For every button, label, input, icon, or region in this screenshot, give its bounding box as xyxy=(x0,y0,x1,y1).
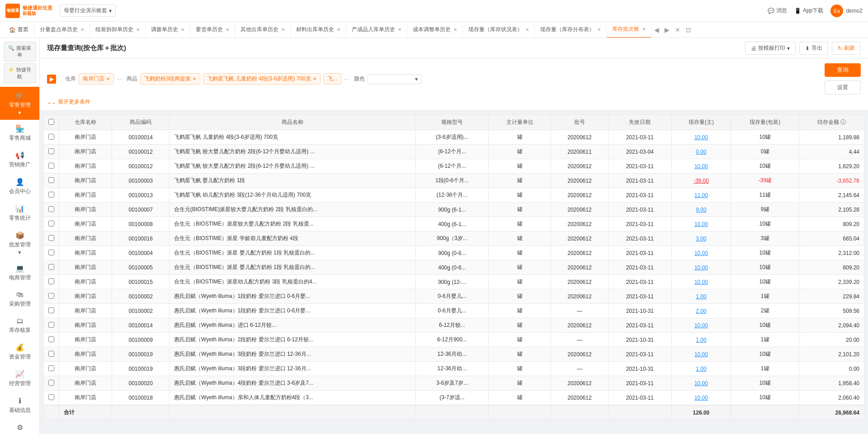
close-icon[interactable]: ✕ xyxy=(181,27,184,32)
sidebar-item-member[interactable]: 👤 会员中心 xyxy=(0,173,40,200)
row-checkbox[interactable] xyxy=(48,148,54,154)
tab-kucun[interactable]: 库存批次账 ✕ xyxy=(607,22,651,38)
tab-zuhe[interactable]: 组装拆卸单历史 ✕ xyxy=(90,22,146,38)
color-select[interactable]: ▾ xyxy=(368,74,422,84)
tab-xiancun2[interactable]: 现存量（库存分布表） ✕ xyxy=(535,22,607,38)
sidebar-item-system[interactable]: ⚙ 系统管理 xyxy=(0,419,40,434)
row-checkbox[interactable] xyxy=(48,250,54,255)
row-checkbox[interactable] xyxy=(48,206,54,212)
tab-chanpin[interactable]: 产成品入库单历史 ✕ xyxy=(346,22,407,38)
nav-close-icon[interactable]: ✕ xyxy=(672,26,683,33)
sidebar-item-inventory[interactable]: 🗂 库存核算 xyxy=(0,312,40,339)
sidebar-item-ecom[interactable]: 💻 电商管理 xyxy=(0,259,40,286)
tab-xiancun1[interactable]: 现存量（库存状况表） ✕ xyxy=(463,22,535,38)
goods-more[interactable]: ··· xyxy=(344,76,349,82)
close-icon[interactable]: ✕ xyxy=(80,27,84,32)
close-icon[interactable]: ✕ xyxy=(281,27,285,32)
row-checkbox[interactable] xyxy=(48,264,54,270)
row-checkbox[interactable] xyxy=(48,192,54,198)
row-checkbox[interactable] xyxy=(48,351,54,357)
warehouse-tag-close[interactable]: ✕ xyxy=(106,76,110,81)
nav-expand-icon[interactable]: ⊡ xyxy=(683,26,694,33)
tab-cailiao[interactable]: 材料出库单历史 ✕ xyxy=(291,22,346,38)
cell-qty-main[interactable]: 9.00 xyxy=(671,203,731,217)
row-checkbox[interactable] xyxy=(48,134,54,140)
sidebar-item-finance[interactable]: 💰 资金管理 xyxy=(0,339,40,365)
close-icon[interactable]: ✕ xyxy=(226,27,229,32)
query-button[interactable]: 查询 xyxy=(825,63,861,77)
cell-qty-main[interactable]: 10.00 xyxy=(671,318,731,333)
goods-tag-more[interactable]: 飞... xyxy=(323,73,341,85)
sidebar-item-basic[interactable]: ℹ 基础信息 xyxy=(0,392,40,419)
tab-home[interactable]: 🏠 首页 xyxy=(4,22,34,38)
cell-qty-main[interactable]: 10.00 xyxy=(671,275,731,289)
row-checkbox[interactable] xyxy=(48,380,54,386)
sidebar-item-retail[interactable]: 🛒 零售管理 ▼ xyxy=(0,87,40,120)
cell-qty-main[interactable]: 10.00 xyxy=(671,260,731,275)
row-checkbox[interactable] xyxy=(48,365,54,371)
row-checkbox[interactable] xyxy=(48,278,54,284)
cell-qty-main[interactable]: 10.00 xyxy=(671,130,731,145)
cell-qty-main[interactable]: 10.00 xyxy=(671,391,731,406)
cell-qty-main[interactable]: 1.00 xyxy=(671,362,731,376)
goods-tag-1-close[interactable]: ✕ xyxy=(193,76,196,81)
expand-more-btn[interactable]: ⌄⌄ 展开更多条件 xyxy=(47,98,861,106)
select-all-checkbox[interactable] xyxy=(48,119,54,125)
row-checkbox[interactable] xyxy=(48,177,54,183)
nav-next-arrow[interactable]: ▶ xyxy=(662,26,672,33)
close-icon[interactable]: ✕ xyxy=(337,27,340,32)
export-button[interactable]: ⬇ 导出 xyxy=(799,42,828,55)
row-checkbox[interactable] xyxy=(48,394,54,400)
cell-qty-main[interactable]: 10.00 xyxy=(671,217,731,231)
cell-qty-main[interactable]: 1.00 xyxy=(671,333,731,347)
goods-tag-1[interactable]: 飞鹤奶粉3段两提装 ✕ xyxy=(140,73,200,85)
cell-qty-main[interactable]: 3.00 xyxy=(671,231,731,246)
app-download-btn[interactable]: 📱 App下载 xyxy=(794,7,823,14)
close-icon[interactable]: ✕ xyxy=(597,27,601,32)
cell-qty-main[interactable]: 10.00 xyxy=(671,376,731,391)
cell-qty-main[interactable]: 11.00 xyxy=(671,188,731,203)
row-checkbox[interactable] xyxy=(48,307,54,313)
cell-qty-main[interactable]: 2.00 xyxy=(671,304,731,318)
message-btn[interactable]: 💬 消息 xyxy=(768,7,787,14)
tab-qita[interactable]: 其他出库单历史 ✕ xyxy=(235,22,291,38)
expand-arrow-btn[interactable]: ▶ xyxy=(47,75,56,84)
cell-qty-main[interactable]: -39.00 xyxy=(671,174,731,188)
tab-chengben[interactable]: 成本调整单历史 ✕ xyxy=(407,22,463,38)
user-area[interactable]: Ea demo2 xyxy=(830,5,863,17)
row-checkbox[interactable] xyxy=(48,293,54,299)
goods-tag-2[interactable]: 飞鹤星飞帆 儿童奶粉 4段(3-6岁适用) 700克 ✕ xyxy=(203,73,321,85)
sidebar-item-marketing[interactable]: 📢 营销推广 xyxy=(0,146,40,173)
refresh-button[interactable]: ↻ 刷新 xyxy=(832,42,861,55)
cell-qty-main[interactable]: 0.00 xyxy=(671,145,731,159)
nav-prev-arrow[interactable]: ◀ xyxy=(651,26,662,33)
row-checkbox[interactable] xyxy=(48,322,54,328)
close-icon[interactable]: ✕ xyxy=(525,27,529,32)
row-checkbox[interactable] xyxy=(48,336,54,342)
warehouse-more[interactable]: ··· xyxy=(117,76,121,82)
cell-qty-main[interactable]: 10.00 xyxy=(671,347,731,362)
print-button[interactable]: 🖨 按模板打印 ▾ xyxy=(745,42,796,55)
sidebar-item-purchase[interactable]: 🛍 采购管理 xyxy=(0,286,40,312)
row-checkbox[interactable] xyxy=(48,235,54,241)
row-checkbox[interactable] xyxy=(48,221,54,226)
sidebar-item-mall[interactable]: 🏪 零售商城 xyxy=(0,120,40,146)
cell-qty-main[interactable]: 10.00 xyxy=(671,159,731,174)
cell-qty-main[interactable]: 10.00 xyxy=(671,246,731,260)
sidebar-search[interactable]: 🔍 搜索菜单 xyxy=(4,42,36,61)
warehouse-tag[interactable]: 南岸门店 ✕ xyxy=(79,73,114,85)
sidebar-item-ops[interactable]: 📈 经营管理 xyxy=(0,365,40,392)
tab-diaobo[interactable]: 调拨单历史 ✕ xyxy=(146,22,190,38)
sidebar-nav[interactable]: ⚡ 快捷导航 xyxy=(4,63,36,83)
settings-button[interactable]: 设置 xyxy=(825,80,861,94)
store-selector[interactable]: 母婴行业演示账套 ▾ xyxy=(60,5,116,17)
row-checkbox[interactable] xyxy=(48,163,54,169)
sidebar-item-stats[interactable]: 📊 零售统计 xyxy=(0,200,40,226)
close-icon[interactable]: ✕ xyxy=(398,27,401,32)
cell-qty-main[interactable]: 1.00 xyxy=(671,289,731,304)
tab-fenliang[interactable]: 分量盘点单历史 ✕ xyxy=(34,22,90,38)
goods-tag-2-close[interactable]: ✕ xyxy=(313,76,316,81)
tab-yaohuo[interactable]: 要货单历史 ✕ xyxy=(190,22,235,38)
close-icon[interactable]: ✕ xyxy=(453,27,457,32)
sidebar-item-wholesale[interactable]: 📦 批发管理 ▼ xyxy=(0,226,40,259)
